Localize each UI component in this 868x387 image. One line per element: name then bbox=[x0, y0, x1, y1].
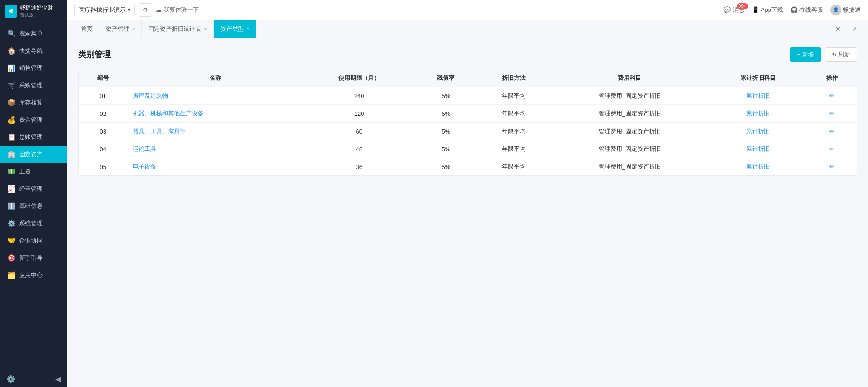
cell-action-3[interactable]: ✏ bbox=[808, 140, 857, 158]
tab-asset-mgmt-close[interactable]: × bbox=[132, 26, 135, 32]
sidebar-item-quicknav[interactable]: 🏠 快捷导航 bbox=[0, 42, 67, 60]
tabs-right-actions: ✕ ⤢ bbox=[832, 23, 861, 35]
sidebar-item-system[interactable]: ⚙️ 系统管理 bbox=[0, 215, 67, 232]
edit-icon-3[interactable]: ✏ bbox=[829, 145, 835, 153]
sidebar-item-ledger[interactable]: 📋 总账管理 bbox=[0, 129, 67, 146]
industry-label: 医疗器械行业演示 bbox=[79, 6, 126, 14]
page-header: 类别管理 + 新增 ↻ 刷新 bbox=[78, 47, 857, 62]
sidebar-icon-basic: ℹ️ bbox=[7, 202, 15, 210]
sidebar-label-search: 搜索菜单 bbox=[19, 30, 43, 38]
new-button[interactable]: + 新增 bbox=[790, 47, 821, 62]
sidebar-label-basic: 基础信息 bbox=[19, 202, 43, 210]
refresh-label: 刷新 bbox=[838, 50, 850, 59]
app-subtitle: 普及版 bbox=[20, 12, 53, 18]
tab-expand-button[interactable]: ⤢ bbox=[848, 23, 861, 35]
tab-asset-type-close[interactable]: × bbox=[247, 26, 249, 32]
refresh-button[interactable]: ↻ 刷新 bbox=[825, 47, 857, 62]
cell-period-4: 36 bbox=[303, 158, 415, 176]
sidebar-label-guide: 新手引导 bbox=[19, 254, 43, 262]
cell-name-0: 房屋及建筑物 bbox=[127, 87, 303, 105]
cell-residual-3: 5% bbox=[415, 140, 476, 158]
col-header-expense: 费用科目 bbox=[551, 69, 708, 87]
cell-accum-2: 累计折旧 bbox=[708, 123, 808, 140]
cell-action-2[interactable]: ✏ bbox=[808, 123, 857, 140]
experience-button[interactable]: ☁ 我要体验一下 bbox=[156, 6, 199, 14]
sidebar-item-ops[interactable]: 📈 经营管理 bbox=[0, 180, 67, 198]
sidebar-header: 畅 畅捷通好业财 普及版 bbox=[0, 0, 67, 23]
user-profile[interactable]: 👤 畅捷通 bbox=[830, 5, 861, 15]
online-service-button[interactable]: 🎧 在线客服 bbox=[790, 6, 823, 14]
tab-home[interactable]: 首页 bbox=[74, 20, 99, 38]
tab-asset-type[interactable]: 资产类型 × bbox=[214, 20, 256, 38]
sidebar-icon-payroll: 💵 bbox=[7, 168, 15, 176]
edit-icon-1[interactable]: ✏ bbox=[829, 110, 835, 117]
sidebar-icon-purchase: 🛒 bbox=[7, 81, 15, 89]
sidebar-item-guide[interactable]: 🎯 新手引导 bbox=[0, 249, 67, 267]
sidebar-item-payroll[interactable]: 💵 工资 bbox=[0, 163, 67, 180]
cell-residual-2: 5% bbox=[415, 123, 476, 140]
page-title: 类别管理 bbox=[78, 49, 111, 60]
sidebar-item-inventory[interactable]: 📦 库存核算 bbox=[0, 94, 67, 111]
edit-icon-0[interactable]: ✏ bbox=[829, 92, 835, 99]
cell-name-4: 电子设备 bbox=[127, 158, 303, 176]
experience-label: 我要体验一下 bbox=[164, 6, 199, 14]
collapse-icon[interactable]: ◀ bbox=[55, 375, 61, 383]
edit-icon-4[interactable]: ✏ bbox=[829, 163, 835, 170]
cell-name-2: 器具、工具、家具等 bbox=[127, 123, 303, 140]
edit-icon-2[interactable]: ✏ bbox=[829, 128, 835, 135]
app-logo-icon: 畅 bbox=[5, 5, 17, 18]
tab-asset-mgmt[interactable]: 资产管理 × bbox=[99, 20, 142, 38]
cell-period-1: 120 bbox=[303, 105, 415, 123]
cell-action-0[interactable]: ✏ bbox=[808, 87, 857, 105]
sidebar-item-apps[interactable]: 🗂️ 应用中心 bbox=[0, 267, 67, 284]
industry-selector[interactable]: 医疗器械行业演示 ▾ bbox=[74, 4, 135, 16]
sidebar-label-collab: 企业协同 bbox=[19, 237, 43, 245]
cell-code-4: 05 bbox=[79, 158, 127, 176]
cell-method-3: 年限平均 bbox=[477, 140, 551, 158]
sidebar-item-sales[interactable]: 📊 销售管理 bbox=[0, 60, 67, 77]
message-button[interactable]: 💬 消息 99+ bbox=[724, 6, 744, 14]
col-header-residual: 残值率 bbox=[415, 69, 476, 87]
col-header-name: 名称 bbox=[127, 69, 303, 87]
topbar-settings-button[interactable]: ⚙ bbox=[139, 3, 152, 17]
sidebar-item-search[interactable]: 🔍 搜索菜单 bbox=[0, 25, 67, 42]
sidebar-label-quicknav: 快捷导航 bbox=[19, 47, 43, 55]
page-actions: + 新增 ↻ 刷新 bbox=[790, 47, 857, 62]
cell-expense-2: 管理费用_固定资产折旧 bbox=[551, 123, 708, 140]
tab-depreciation[interactable]: 固定资产折旧统计表 × bbox=[142, 20, 213, 38]
cell-method-1: 年限平均 bbox=[477, 105, 551, 123]
sidebar-nav: 🔍 搜索菜单 🏠 快捷导航 📊 销售管理 🛒 采购管理 📦 库存核算 💰 资金管… bbox=[0, 23, 67, 371]
chevron-down-icon: ▾ bbox=[128, 6, 131, 13]
sidebar-item-capital[interactable]: 💰 资金管理 bbox=[0, 111, 67, 129]
online-service-label: 在线客服 bbox=[799, 6, 823, 14]
sidebar-icon-ledger: 📋 bbox=[7, 133, 15, 141]
cell-action-1[interactable]: ✏ bbox=[808, 105, 857, 123]
sidebar-item-basic[interactable]: ℹ️ 基础信息 bbox=[0, 198, 67, 215]
sidebar-item-purchase[interactable]: 🛒 采购管理 bbox=[0, 77, 67, 94]
message-badge: 99+ bbox=[737, 3, 748, 9]
topbar-right: 💬 消息 99+ 📱 App下载 🎧 在线客服 👤 畅捷通 bbox=[724, 5, 861, 15]
sidebar-icon-inventory: 📦 bbox=[7, 99, 15, 107]
sidebar-label-ledger: 总账管理 bbox=[19, 133, 43, 141]
sidebar-icon-apps: 🗂️ bbox=[7, 271, 15, 279]
sidebar-label-system: 系统管理 bbox=[19, 219, 43, 228]
settings-icon[interactable]: ⚙️ bbox=[6, 375, 15, 383]
sidebar-label-fixed: 固定资产 bbox=[19, 150, 43, 159]
tab-depreciation-close[interactable]: × bbox=[204, 26, 207, 32]
cell-accum-0: 累计折旧 bbox=[708, 87, 808, 105]
cell-code-1: 02 bbox=[79, 105, 127, 123]
col-header-method: 折旧方法 bbox=[477, 69, 551, 87]
topbar: 医疗器械行业演示 ▾ ⚙ ☁ 我要体验一下 💬 消息 99+ 📱 App下载 🎧… bbox=[67, 0, 868, 20]
cell-action-4[interactable]: ✏ bbox=[808, 158, 857, 176]
sidebar-icon-system: ⚙️ bbox=[7, 219, 15, 228]
sidebar-item-fixed[interactable]: 🏢 固定资产 bbox=[0, 146, 67, 163]
sidebar-label-purchase: 采购管理 bbox=[19, 81, 43, 89]
col-header-code: 编号 bbox=[79, 69, 127, 87]
sidebar-item-collab[interactable]: 🤝 企业协同 bbox=[0, 232, 67, 249]
app-download-button[interactable]: 📱 App下载 bbox=[752, 6, 783, 14]
tab-asset-mgmt-label: 资产管理 bbox=[106, 25, 129, 33]
cell-code-0: 01 bbox=[79, 87, 127, 105]
cell-expense-1: 管理费用_固定资产折旧 bbox=[551, 105, 708, 123]
page-content: 类别管理 + 新增 ↻ 刷新 编号 名称 使用期限（月） 残值率 折旧方法 bbox=[67, 38, 868, 387]
tab-close-button[interactable]: ✕ bbox=[832, 23, 844, 35]
